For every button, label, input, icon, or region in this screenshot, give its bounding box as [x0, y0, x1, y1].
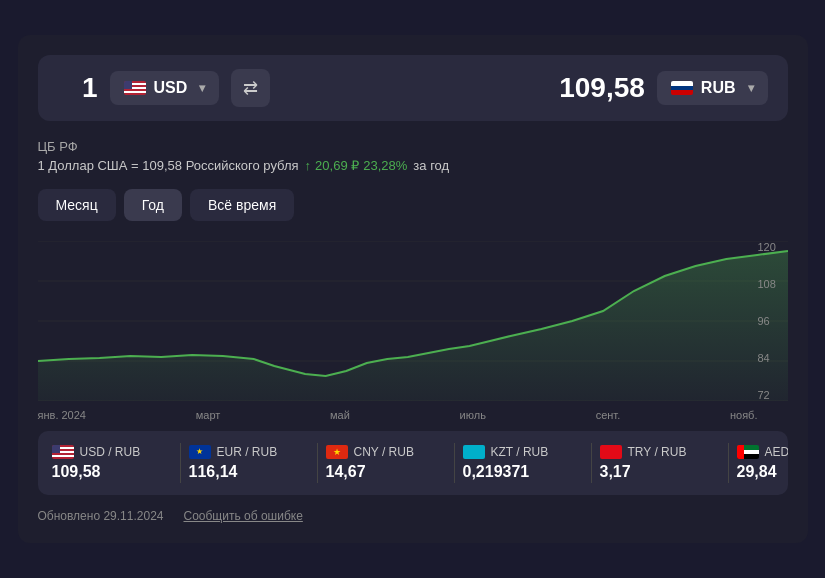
- divider-4: [591, 443, 592, 483]
- rate-info: 1 Доллар США = 109,58 Российского рубля …: [38, 158, 788, 173]
- to-currency-label: RUB: [701, 79, 736, 97]
- period-year-button[interactable]: Год: [124, 189, 182, 221]
- card-aed-rub-header: AED / R: [737, 445, 788, 459]
- currency-cards-row: USD / RUB 109,58 ★ EUR / RUB 116,14 ★ CN…: [38, 431, 788, 495]
- to-currency-select[interactable]: RUB ▾: [657, 71, 768, 105]
- x-label-jan: янв. 2024: [38, 409, 86, 421]
- y-label-120: 120: [758, 241, 786, 253]
- change-period: за год: [413, 158, 449, 173]
- card-kzt-rub-header: KZT / RUB: [463, 445, 583, 459]
- y-label-72: 72: [758, 389, 786, 401]
- card-cny-rub[interactable]: ★ CNY / RUB 14,67: [326, 445, 446, 481]
- y-axis-labels: 120 108 96 84 72: [758, 241, 788, 401]
- flag-eu-card-icon: ★: [189, 445, 211, 459]
- from-currency-chevron: ▾: [199, 81, 205, 95]
- card-aed-rub-pair: AED / R: [765, 445, 788, 459]
- card-cny-rub-pair: CNY / RUB: [354, 445, 414, 459]
- updated-text: Обновлено 29.11.2024: [38, 509, 164, 523]
- x-label-nov: нояб.: [730, 409, 758, 421]
- change-amount: 20,69 ₽: [315, 158, 359, 173]
- rate-text: 1 Доллар США = 109,58 Российского рубля: [38, 158, 299, 173]
- y-label-84: 84: [758, 352, 786, 364]
- divider-2: [317, 443, 318, 483]
- amount-input[interactable]: [58, 72, 98, 104]
- flag-ru-icon: [671, 81, 693, 95]
- swap-button[interactable]: ⇄: [231, 69, 270, 107]
- main-container: USD ▾ ⇄ 109,58 RUB ▾ ЦБ РФ 1 Доллар США …: [18, 35, 808, 543]
- footer: Обновлено 29.11.2024 Сообщить об ошибке: [38, 509, 788, 523]
- flag-kz-card-icon: [463, 445, 485, 459]
- chart-area: 120 108 96 84 72: [38, 241, 788, 421]
- card-usd-rub[interactable]: USD / RUB 109,58: [52, 445, 172, 481]
- from-currency-label: USD: [154, 79, 188, 97]
- period-buttons: Месяц Год Всё время: [38, 189, 788, 221]
- to-currency-chevron: ▾: [748, 81, 754, 95]
- card-eur-rub-value: 116,14: [189, 463, 309, 481]
- x-label-mar: март: [196, 409, 221, 421]
- card-cny-rub-value: 14,67: [326, 463, 446, 481]
- card-try-rub-value: 3,17: [600, 463, 720, 481]
- rate-change: ↑ 20,69 ₽ 23,28%: [305, 158, 408, 173]
- x-label-jul: июль: [460, 409, 486, 421]
- card-usd-rub-pair: USD / RUB: [80, 445, 141, 459]
- divider-5: [728, 443, 729, 483]
- x-label-sep: сент.: [596, 409, 621, 421]
- card-eur-rub-header: ★ EUR / RUB: [189, 445, 309, 459]
- card-aed-rub-value: 29,84: [737, 463, 788, 481]
- divider-1: [180, 443, 181, 483]
- card-kzt-rub[interactable]: KZT / RUB 0,219371: [463, 445, 583, 481]
- report-link[interactable]: Сообщить об ошибке: [183, 509, 302, 523]
- x-axis-labels: янв. 2024 март май июль сент. нояб.: [38, 405, 788, 421]
- period-alltime-button[interactable]: Всё время: [190, 189, 294, 221]
- converter-widget: USD ▾ ⇄ 109,58 RUB ▾: [38, 55, 788, 121]
- change-percent: 23,28%: [363, 158, 407, 173]
- x-label-may: май: [330, 409, 350, 421]
- card-eur-rub[interactable]: ★ EUR / RUB 116,14: [189, 445, 309, 481]
- flag-us-card-icon: [52, 445, 74, 459]
- from-currency-select[interactable]: USD ▾: [110, 71, 220, 105]
- card-aed-rub[interactable]: AED / R 29,84: [737, 445, 788, 481]
- result-value: 109,58: [559, 72, 645, 104]
- card-try-rub-pair: TRY / RUB: [628, 445, 687, 459]
- flag-us-icon: [124, 81, 146, 95]
- divider-3: [454, 443, 455, 483]
- card-try-rub-header: TRY / RUB: [600, 445, 720, 459]
- y-label-108: 108: [758, 278, 786, 290]
- card-usd-rub-header: USD / RUB: [52, 445, 172, 459]
- y-label-96: 96: [758, 315, 786, 327]
- change-arrow: ↑: [305, 158, 312, 173]
- card-try-rub[interactable]: TRY / RUB 3,17: [600, 445, 720, 481]
- flag-tr-card-icon: [600, 445, 622, 459]
- flag-ae-card-icon: [737, 445, 759, 459]
- card-kzt-rub-pair: KZT / RUB: [491, 445, 549, 459]
- source-label: ЦБ РФ: [38, 139, 788, 154]
- period-month-button[interactable]: Месяц: [38, 189, 116, 221]
- card-kzt-rub-value: 0,219371: [463, 463, 583, 481]
- card-usd-rub-value: 109,58: [52, 463, 172, 481]
- flag-cn-card-icon: ★: [326, 445, 348, 459]
- card-cny-rub-header: ★ CNY / RUB: [326, 445, 446, 459]
- card-eur-rub-pair: EUR / RUB: [217, 445, 278, 459]
- chart-svg: [38, 241, 788, 401]
